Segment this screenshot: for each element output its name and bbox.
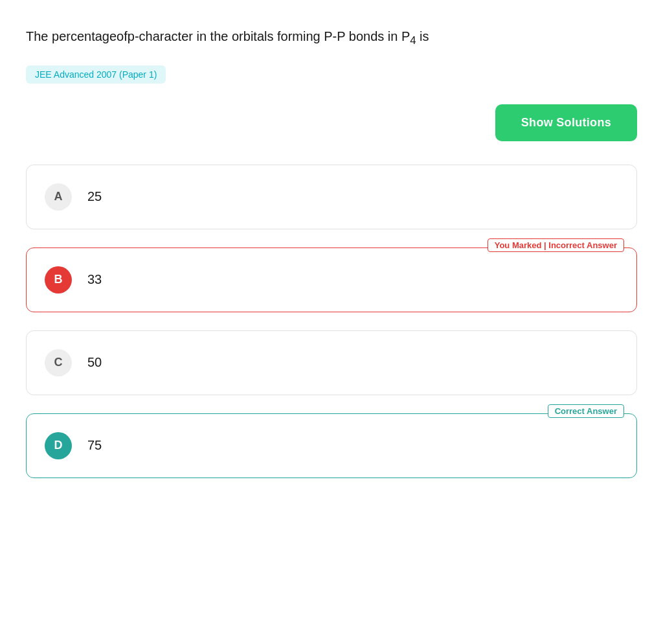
option-card-c[interactable]: C 50 xyxy=(26,330,637,395)
option-wrapper-a: A 25 xyxy=(26,165,637,229)
option-wrapper-c: C 50 xyxy=(26,330,637,395)
option-card-a[interactable]: A 25 xyxy=(26,165,637,229)
option-value-d: 75 xyxy=(87,438,102,453)
option-badge-c: C xyxy=(45,349,72,376)
show-solutions-row: Show Solutions xyxy=(26,104,637,141)
option-value-b: 33 xyxy=(87,272,102,287)
option-card-b[interactable]: B 33 xyxy=(26,247,637,312)
option-badge-d: D xyxy=(45,432,72,459)
question-text: The percentageofp-character in the orbit… xyxy=(26,26,637,50)
option-wrapper-d: Correct Answer D 75 xyxy=(26,413,637,478)
option-wrapper-b: You Marked | Incorrect Answer B 33 xyxy=(26,247,637,312)
show-solutions-button[interactable]: Show Solutions xyxy=(495,104,637,141)
option-badge-b: B xyxy=(45,266,72,293)
option-value-a: 25 xyxy=(87,189,102,204)
option-badge-a: A xyxy=(45,183,72,211)
options-container: A 25 You Marked | Incorrect Answer B 33 … xyxy=(26,165,637,478)
question-tag: JEE Advanced 2007 (Paper 1) xyxy=(26,65,166,84)
tag-container: JEE Advanced 2007 (Paper 1) xyxy=(26,65,637,84)
option-value-c: 50 xyxy=(87,355,102,370)
option-card-d[interactable]: D 75 xyxy=(26,413,637,478)
question-container: The percentageofp-character in the orbit… xyxy=(26,26,637,478)
status-label-d: Correct Answer xyxy=(548,404,624,418)
status-label-b: You Marked | Incorrect Answer xyxy=(488,238,624,252)
